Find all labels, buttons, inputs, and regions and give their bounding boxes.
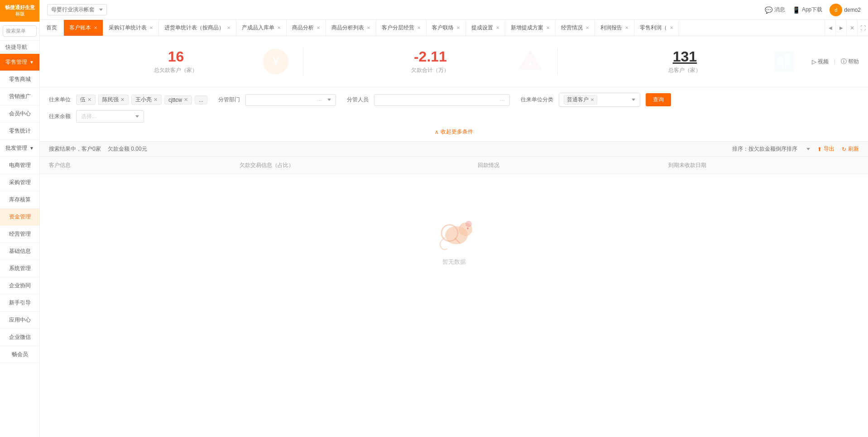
app-download-button[interactable]: 📱 App下载 (792, 6, 822, 14)
tab-close-icon[interactable]: ✕ (149, 25, 153, 30)
person-more-icon: ··· (499, 96, 505, 104)
sidebar-item-new-guide[interactable]: 新手引导 (0, 294, 39, 312)
divider: | (834, 58, 835, 65)
quick-nav-item[interactable]: 零售管理 快捷导航 (0, 41, 39, 54)
tab-stock-stats[interactable]: 进货单统计表（按商品） ✕ (159, 20, 236, 36)
sidebar-item-label: 企业微信 (9, 334, 31, 340)
tab-close-icon[interactable]: ✕ (670, 25, 673, 30)
tab-close-icon[interactable]: ✕ (367, 25, 370, 30)
tab-label: 客户联络 (432, 24, 454, 32)
sidebar-item-basic-info[interactable]: 基础信息 (0, 243, 39, 260)
tab-next-button[interactable]: ▶ (835, 20, 846, 36)
tab-close-icon[interactable]: ✕ (585, 25, 589, 30)
filter-tag-label: 王小亮 (135, 96, 152, 104)
sidebar-item-inventory[interactable]: 库存核算 (0, 191, 39, 209)
tab-close-icon[interactable]: ✕ (94, 25, 97, 30)
page-body: ¥ 16 总欠款客户（家） ✦ -2.11 (40, 36, 868, 437)
sidebar-item-label: 畅会员 (12, 351, 28, 357)
help-link[interactable]: ⓘ 帮助 (841, 57, 859, 66)
tab-close-icon[interactable]: ✕ (496, 25, 499, 30)
sidebar-item-finance[interactable]: 资金管理 (0, 209, 39, 226)
tab-close-icon[interactable]: ✕ (227, 25, 230, 30)
tab-customer-contact[interactable]: 客户联络 ✕ (427, 20, 466, 36)
filter-tag-close-4[interactable]: ✕ (184, 97, 188, 103)
sidebar-item-label: 零售管理 (5, 58, 27, 66)
query-button[interactable]: 查询 (646, 93, 671, 106)
tab-close-icon[interactable]: ✕ (456, 25, 460, 30)
dept-dropdown[interactable]: ··· (245, 94, 336, 106)
tab-label: 利润报告 (600, 24, 622, 32)
search-menu-button[interactable]: 搜索菜单 (3, 25, 37, 37)
refresh-label: 刷新 (848, 145, 859, 153)
filter-tag-more[interactable]: ... (195, 95, 207, 104)
tab-close-icon[interactable]: ✕ (625, 25, 628, 30)
tab-list: 客户账本 ✕ 采购订单统计表 ✕ 进货单统计表（按商品） ✕ 产成品入库单 ✕ … (64, 20, 825, 36)
sidebar-item-sys-mgmt[interactable]: 系统管理 (0, 260, 39, 277)
stat-bg-icon-3 (771, 48, 798, 75)
tab-product-analysis[interactable]: 商品分析 ✕ (287, 20, 326, 36)
sidebar-item-corp-wechat[interactable]: 企业微信 (0, 329, 39, 346)
filter-tag-close-1[interactable]: ✕ (87, 97, 91, 103)
tab-prev-button[interactable]: ◀ (825, 20, 835, 36)
sidebar-item-wholesale[interactable]: 批发管理 ▼ (0, 140, 39, 157)
col-customer-info: 客户信息 (49, 162, 240, 169)
tab-operations[interactable]: 经营情况 ✕ (556, 20, 595, 36)
stat-total-customers: 131 总客户（家） (558, 43, 812, 80)
tab-close-icon[interactable]: ✕ (317, 25, 320, 30)
tab-product-inbound[interactable]: 产成品入库单 ✕ (236, 20, 287, 36)
table-header: 客户信息 欠款交易信息（占比） 回款情况 到期未收款日期 (40, 157, 868, 174)
sidebar-item-retail-mall[interactable]: 零售商城 (0, 71, 39, 88)
message-label: 消息 (774, 6, 785, 14)
message-button[interactable]: 💬 消息 (765, 6, 785, 14)
sidebar-item-corp-agreement[interactable]: 企业协同 (0, 277, 39, 294)
tab-customer-account[interactable]: 客户账本 ✕ (64, 20, 103, 36)
tab-retail-profit[interactable]: 零售利润（ ✕ (634, 20, 679, 36)
sidebar-item-label: 经营管理 (9, 231, 31, 237)
sidebar-item-purchase[interactable]: 采购管理 (0, 174, 39, 191)
tab-close-icon[interactable]: ✕ (277, 25, 281, 30)
tab-label: 客户账本 (69, 24, 91, 32)
tab-purchase-order[interactable]: 采购订单统计表 ✕ (103, 20, 159, 36)
svg-rect-5 (778, 57, 783, 68)
stat-bg-icon-2: ✦ (517, 48, 544, 75)
tab-home[interactable]: 首页 (40, 20, 64, 36)
collapse-button[interactable]: ∧ 收起更多条件 (435, 128, 473, 136)
sidebar-item-member[interactable]: 会员中心 (0, 105, 39, 123)
sidebar-item-retail-stats[interactable]: 零售统计 (0, 123, 39, 140)
person-filter-label: 分管人员 (347, 96, 369, 104)
remainder-dropdown[interactable]: 选择... (76, 110, 144, 123)
tab-new-boost[interactable]: 新增提成方案 ✕ (505, 20, 556, 36)
tab-product-analysis-list[interactable]: 商品分析列表 ✕ (326, 20, 376, 36)
tab-fullscreen-button[interactable]: ⛶ (857, 20, 868, 36)
sidebar-search[interactable]: 搜索菜单 (0, 22, 39, 41)
video-link[interactable]: ▷ 视频 (812, 58, 829, 66)
svg-text:✦: ✦ (527, 60, 534, 69)
tab-boost-settings[interactable]: 提成设置 ✕ (466, 20, 505, 36)
app-download-label: App下载 (802, 6, 822, 14)
sort-arrow-icon[interactable] (806, 148, 810, 150)
tab-close-icon[interactable]: ✕ (546, 25, 550, 30)
sidebar-item-vip[interactable]: 畅会员 (0, 346, 39, 363)
filter-tag-close-3[interactable]: ✕ (153, 97, 158, 103)
filter-tag-close-2[interactable]: ✕ (120, 97, 125, 103)
sidebar-item-marketing[interactable]: 营销推广 (0, 88, 39, 105)
person-dropdown[interactable]: ··· (374, 94, 510, 106)
tab-close-icon[interactable]: ✕ (417, 25, 421, 30)
sidebar-item-operations[interactable]: 经营管理 (0, 226, 39, 243)
debit-amount-value: -2.11 (411, 49, 449, 65)
unit-type-dropdown[interactable]: 普通客户 ✕ (559, 93, 640, 107)
tab-profit-report[interactable]: 利润报告 ✕ (595, 20, 634, 36)
svg-point-10 (467, 228, 469, 229)
refresh-button[interactable]: ↻ 刷新 (842, 145, 859, 153)
unit-type-tag-close[interactable]: ✕ (590, 97, 594, 102)
sidebar-item-label: 新手引导 (9, 299, 31, 306)
sidebar-item-app-center[interactable]: 应用中心 (0, 312, 39, 329)
help-label: 帮助 (848, 58, 859, 66)
tab-customer-segment[interactable]: 客户分层经营 ✕ (376, 20, 427, 36)
sidebar-item-ecommerce[interactable]: 电商管理 (0, 157, 39, 174)
account-selector[interactable]: 母婴行业演示帐套 (47, 4, 107, 15)
user-profile[interactable]: d demo2 (830, 4, 861, 16)
export-button[interactable]: ⬆ 导出 (817, 145, 834, 153)
sidebar-item-retail-mgmt[interactable]: 零售管理 ▼ (0, 54, 39, 71)
tab-close-all-button[interactable]: ✕ (846, 20, 857, 36)
